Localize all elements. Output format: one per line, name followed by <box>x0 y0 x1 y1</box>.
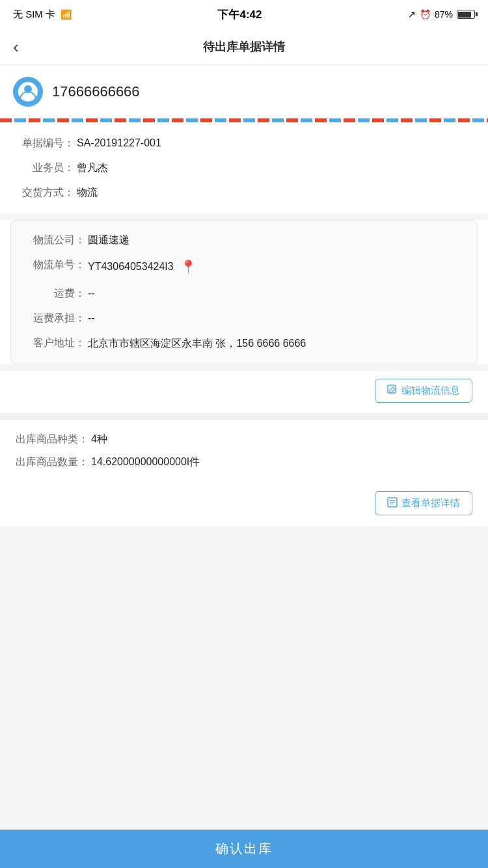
goods-quantity-row: 出库商品数量： 14.62000000000000I件 <box>16 455 472 469</box>
location-status-icon: ↗ <box>408 9 416 20</box>
goods-section: 出库商品种类： 4种 出库商品数量： 14.62000000000000I件 <box>0 420 488 482</box>
doc-number-value: SA-20191227-001 <box>77 135 472 151</box>
status-left: 无 SIM 卡 📶 <box>13 8 72 21</box>
logistics-freight-value: -- <box>88 286 461 301</box>
status-right: ↗ ⏰ 87% <box>408 9 475 20</box>
confirm-btn-container: 确认出库 <box>0 830 488 868</box>
doc-number-label: 单据编号： <box>16 135 74 151</box>
edit-logistics-label: 编辑物流信息 <box>401 385 460 397</box>
battery-text: 87% <box>435 9 453 20</box>
goods-quantity-value: 14.62000000000000I件 <box>91 455 200 469</box>
doc-number-row: 单据编号： SA-20191227-001 <box>16 135 472 151</box>
status-time: 下午4:42 <box>217 7 262 22</box>
delivery-row: 交货方式： 物流 <box>16 185 472 200</box>
logistics-freight-label: 运费： <box>27 286 85 301</box>
salesman-value: 曾凡杰 <box>77 160 472 176</box>
logistics-freightbear-label: 运费承担： <box>27 310 85 326</box>
alarm-icon: ⏰ <box>420 9 431 20</box>
nav-bar: ‹ 待出库单据详情 <box>0 29 488 65</box>
logistics-freight-row: 运费： -- <box>27 286 461 301</box>
logistics-address-row: 客户地址： 北京市市辖区海淀区永丰南 张，156 6666 6666 <box>27 335 461 352</box>
edit-icon <box>387 385 398 397</box>
logistics-company-row: 物流公司： 圆通速递 <box>27 232 461 248</box>
delivery-value: 物流 <box>77 185 472 200</box>
carrier-text: 无 SIM 卡 <box>13 8 55 21</box>
edit-logistics-button[interactable]: 编辑物流信息 <box>375 379 472 403</box>
goods-type-label: 出库商品种类： <box>16 433 88 446</box>
wifi-icon: 📶 <box>61 9 72 20</box>
view-detail-button[interactable]: 查看单据详情 <box>375 491 472 515</box>
content: 17666666666 单据编号： SA-20191227-001 业务员： 曾… <box>0 65 488 708</box>
avatar-icon <box>18 82 38 102</box>
edit-btn-row: 编辑物流信息 <box>0 371 488 413</box>
logistics-tracking-label: 物流单号： <box>27 257 85 273</box>
bottom-spacer <box>0 526 488 643</box>
logistics-card: 物流公司： 圆通速递 物流单号： YT43064053424I3 📍 运费： -… <box>10 220 478 364</box>
avatar <box>13 77 43 107</box>
goods-type-row: 出库商品种类： 4种 <box>16 433 472 446</box>
status-bar: 无 SIM 卡 📶 下午4:42 ↗ ⏰ 87% <box>0 0 488 29</box>
salesman-row: 业务员： 曾凡杰 <box>16 160 472 176</box>
logistics-tracking-value: YT43064053424I3 📍 <box>88 257 461 277</box>
goods-quantity-label: 出库商品数量： <box>16 455 88 469</box>
view-btn-row: 查看单据详情 <box>0 482 488 526</box>
view-detail-label: 查看单据详情 <box>401 497 460 509</box>
logistics-tracking-row: 物流单号： YT43064053424I3 📍 <box>27 257 461 277</box>
logistics-address-value: 北京市市辖区海淀区永丰南 张，156 6666 6666 <box>88 335 461 352</box>
page-title: 待出库单据详情 <box>203 39 285 55</box>
map-pin-icon[interactable]: 📍 <box>180 257 197 277</box>
logistics-freightbear-value: -- <box>88 310 461 326</box>
customer-header: 17666666666 <box>0 65 488 118</box>
logistics-company-label: 物流公司： <box>27 232 85 248</box>
delivery-label: 交货方式： <box>16 185 74 200</box>
document-info-section: 单据编号： SA-20191227-001 业务员： 曾凡杰 交货方式： 物流 <box>0 122 488 213</box>
logistics-freightbear-row: 运费承担： -- <box>27 310 461 326</box>
goods-type-value: 4种 <box>91 433 107 446</box>
logistics-company-value: 圆通速递 <box>88 232 461 248</box>
salesman-label: 业务员： <box>16 160 74 176</box>
confirm-outbound-button[interactable]: 确认出库 <box>0 840 488 858</box>
section-divider <box>0 413 488 420</box>
logistics-address-label: 客户地址： <box>27 335 85 351</box>
list-icon <box>387 497 398 509</box>
customer-phone: 17666666666 <box>52 83 140 100</box>
back-button[interactable]: ‹ <box>13 38 19 55</box>
battery-icon <box>457 10 475 19</box>
